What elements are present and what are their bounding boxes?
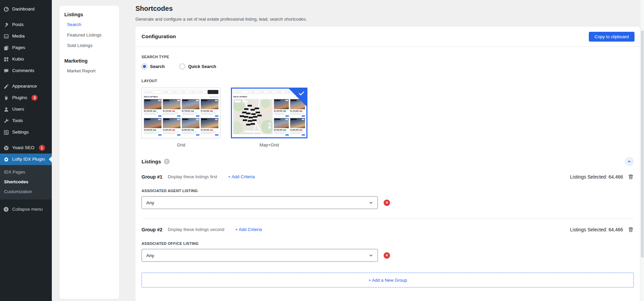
collapse-icon [3, 206, 9, 212]
plugin-submenu: IDX PagesShortcodesCustomization [0, 165, 52, 200]
sidebar-item-label: Yoast SEO [12, 145, 35, 151]
layout-option-grid[interactable]: SOLD LISTINGS Sort by Default $2,100,000… [142, 88, 221, 147]
submenu-item-shortcodes[interactable]: Shortcodes [0, 177, 52, 187]
listings-selected-count: Listings Selected: 64,466 [570, 227, 623, 232]
page-description: Generate and configure a set of real est… [135, 17, 640, 22]
pages-icon [3, 45, 9, 51]
add-criteria-link[interactable]: + Add Criteria [228, 174, 255, 179]
sidebar-item-label: Dashboard [12, 6, 35, 12]
collapse-section-button[interactable] [625, 157, 634, 166]
trash-icon[interactable] [628, 173, 634, 180]
map-price-pin [249, 117, 253, 118]
thumb-listings-header: SOLD LISTINGS [233, 96, 247, 98]
collapse-menu-label: Collapse menu [12, 206, 43, 212]
chevron-down-icon [369, 201, 373, 205]
map-price-pin [255, 108, 259, 109]
group-hint: Display these listings first [168, 174, 217, 179]
nav-item-search[interactable]: Search [64, 19, 115, 30]
yoast-icon [3, 145, 9, 151]
sidebar-item-label: Appearance [12, 83, 37, 89]
map-price-pin [251, 123, 255, 125]
sidebar-item-dashboard[interactable]: Dashboard [0, 3, 52, 15]
wp-admin-sidebar: Dashboard Posts Media Pages Kubio Commen… [0, 0, 52, 301]
layout-label: LAYOUT [142, 79, 634, 83]
nav-item-sold-listings[interactable]: Sold Listings [64, 40, 115, 51]
map-price-pin [244, 116, 248, 118]
radio-label: Search [150, 64, 165, 69]
thumb-listing-card: $2,560,000 [144, 118, 162, 136]
nav-section-heading: Listings [64, 10, 115, 19]
notification-badge: 1 [39, 145, 45, 151]
trash-icon[interactable] [628, 226, 634, 233]
map-price-pin [243, 119, 247, 121]
page-scrollbar[interactable] [640, 0, 644, 301]
listing-group-2: Group #2 Display these listings second +… [142, 226, 634, 262]
listing-groups: Group #1 Display these listings first + … [142, 173, 634, 262]
notification-badge: 3 [31, 95, 38, 101]
search-type-radio-group: Search Quick Search [142, 64, 634, 69]
sidebar-item-yoast-seo[interactable]: Yoast SEO 1 [0, 142, 52, 154]
thumb-sort-text: Sort by Default [210, 96, 218, 98]
field-label: ASSOCIATED OFFICE LISTING [142, 241, 634, 246]
map-price-pin [251, 113, 256, 115]
sidebar-item-label: Lofty IDX Plugin [12, 156, 45, 162]
group-name: Group #2 [142, 227, 162, 232]
remove-criteria-icon[interactable]: × [384, 200, 390, 206]
layout-option-map-grid[interactable]: SOLD LISTINGS Sort by Default +− $2,100,… [231, 88, 307, 147]
map-price-pin [248, 120, 252, 122]
map-zoom-controls: +− [268, 122, 271, 129]
configuration-title: Configuration [142, 33, 176, 40]
add-criteria-link[interactable]: + Add Criteria [235, 227, 262, 232]
chevron-up-icon [627, 159, 631, 164]
wp-admin-menu: Dashboard Posts Media Pages Kubio Commen… [0, 3, 52, 215]
sidebar-item-label: Posts [12, 22, 24, 28]
sidebar-item-media[interactable]: Media [0, 30, 52, 42]
thumb-listing-card: $1,900,000 [163, 118, 180, 136]
nav-item-featured-listings[interactable]: Featured Listings [64, 30, 115, 40]
field-label: ASSOCIATED AGENT LISTING [142, 189, 634, 193]
collapse-menu-button[interactable]: Collapse menu [0, 204, 52, 215]
map-price-pin [244, 108, 249, 110]
listings-selected-count: Listings Selected: 64,466 [570, 174, 623, 180]
search-type-radio-quick-search[interactable]: Quick Search [179, 64, 216, 69]
sidebar-item-label: Kubio [12, 56, 24, 62]
radio-circle-icon [142, 64, 147, 69]
layout-option-label: Grid [177, 142, 186, 147]
sidebar-item-settings[interactable]: Settings [0, 126, 52, 138]
configuration-card-body: SEARCH TYPE Search Quick Search LAYOUT S… [135, 47, 640, 301]
associated-office-listing-select[interactable]: Any [142, 249, 378, 262]
select-value: Any [146, 253, 154, 258]
sidebar-item-posts[interactable]: Posts [0, 19, 52, 30]
submenu-item-customization[interactable]: Customization [0, 187, 52, 196]
submenu-item-idx-pages[interactable]: IDX Pages [0, 167, 52, 177]
search-type-radio-search[interactable]: Search [142, 64, 165, 69]
sidebar-item-lofty-idx-plugin[interactable]: Lofty IDX Plugin [0, 154, 52, 165]
sidebar-item-users[interactable]: Users [0, 103, 52, 115]
map-price-pin [257, 115, 262, 116]
main-content: Shortcodes Generate and configure a set … [127, 0, 644, 301]
sidebar-item-pages[interactable]: Pages [0, 42, 52, 53]
layout-option-label: Map+Grid [259, 142, 279, 147]
sidebar-item-comments[interactable]: Comments [0, 65, 52, 76]
sidebar-item-kubio[interactable]: Kubio [0, 53, 52, 65]
associated-agent-listing-select[interactable]: Any [142, 196, 378, 209]
sidebar-item-plugins[interactable]: Plugins 3 [0, 92, 52, 103]
remove-criteria-icon[interactable]: × [384, 252, 390, 259]
layout-options: SOLD LISTINGS Sort by Default $2,100,000… [142, 88, 634, 147]
thumb-listings-header: SOLD LISTINGS [144, 96, 158, 98]
nav-item-market-report[interactable]: Market Report [64, 66, 115, 76]
gear-icon [3, 156, 9, 162]
scrollbar-thumb[interactable] [641, 30, 644, 258]
layout-thumbnail: SOLD LISTINGS Sort by Default +− $2,100,… [231, 88, 307, 138]
map-price-pin [240, 115, 244, 117]
map-price-pin [253, 116, 257, 118]
radio-circle-icon [179, 64, 185, 69]
copy-to-clipboard-button[interactable]: Copy to clipboard [589, 32, 635, 42]
add-new-group-button[interactable]: + Add a New Group [142, 273, 634, 287]
sidebar-item-tools[interactable]: Tools [0, 115, 52, 126]
sidebar-item-appearance[interactable]: Appearance [0, 80, 52, 92]
thumb-listing-card: $2,800,000 [182, 118, 199, 136]
media-icon [3, 33, 9, 39]
help-icon[interactable]: ? [164, 159, 170, 164]
map-price-pin [251, 109, 255, 111]
